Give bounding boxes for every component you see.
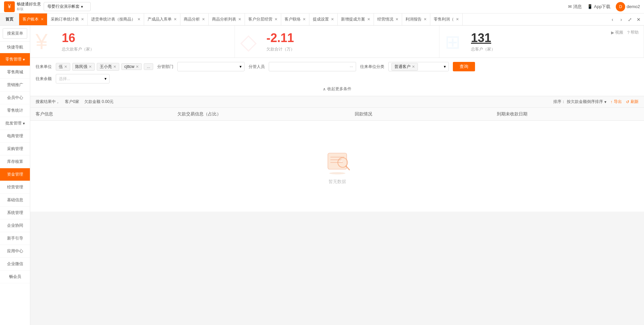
query-button[interactable]: 查询 <box>453 62 475 71</box>
tab-profit-report[interactable]: 利润报告 ✕ <box>402 13 430 26</box>
svg-point-0 <box>329 172 345 174</box>
sidebar-item-vip[interactable]: 畅会员 <box>0 270 30 283</box>
close-icon[interactable]: ✕ <box>395 17 398 22</box>
tab-expand-btn[interactable]: ⤢ <box>626 15 634 24</box>
sidebar-item-app-center[interactable]: 应用中心 <box>0 245 30 258</box>
sidebar-item-ecommerce[interactable]: 电商管理 <box>0 130 30 143</box>
filter-tag-chen[interactable]: 陈民强 ✕ <box>72 63 95 71</box>
close-icon[interactable]: ✕ <box>81 17 84 22</box>
close-icon[interactable]: ✕ <box>174 17 177 22</box>
sidebar-item-system[interactable]: 系统管理 <box>0 207 30 219</box>
video-btn[interactable]: ▶ 视频 <box>611 30 623 35</box>
filter-tag-cjttcw[interactable]: cjttcw ✕ <box>121 63 142 70</box>
remove-tag-icon[interactable]: ✕ <box>113 65 116 69</box>
sidebar-item-label: 会员中心 <box>7 95 23 100</box>
tab-label: 客户账本 <box>23 16 39 22</box>
remove-unit-class-icon[interactable]: ✕ <box>412 65 415 69</box>
sidebar-item-wechat[interactable]: 企业微信 <box>0 258 30 270</box>
close-icon[interactable]: ✕ <box>41 17 44 22</box>
filter-tag-wang[interactable]: 王小亮 ✕ <box>97 63 119 71</box>
top-bar: ¥ 畅捷通好生意 标版 母婴行业演示帐套 ▾ ✉ 消息 📱 App下载 D de… <box>0 0 644 13</box>
chevron-down-icon: ▾ <box>104 76 106 81</box>
sidebar-item-finance[interactable]: 资金管理 <box>0 168 30 181</box>
table-header: 客户信息 欠款交易信息（占比） 回款情况 到期未收款日期 <box>30 108 644 121</box>
close-icon[interactable]: ✕ <box>367 17 370 22</box>
results-actions: 排序： 按欠款金额倒序排序 ▾ ↑ 导出 ↺ 刷新 <box>553 99 639 105</box>
tab-product-analysis-list[interactable]: 商品分析列表 ✕ <box>209 13 245 26</box>
tab-customer-account[interactable]: 客户账本 ✕ <box>19 13 47 26</box>
tab-label: 利润报告 <box>405 16 422 22</box>
close-icon[interactable]: ✕ <box>137 17 140 22</box>
sidebar-item-basic-info[interactable]: 基础信息 <box>0 194 30 207</box>
help-btn[interactable]: ? 帮助 <box>627 30 639 35</box>
sidebar-item-retail-mall[interactable]: 零售商城 <box>0 66 30 79</box>
close-icon[interactable]: ✕ <box>274 17 277 22</box>
message-btn[interactable]: ✉ 消息 <box>568 4 582 10</box>
sidebar-item-wholesale[interactable]: 批发管理 ▾ <box>0 117 30 130</box>
close-icon[interactable]: ✕ <box>238 17 241 22</box>
tab-purchase-stats[interactable]: 进货单统计表（按商品） ✕ <box>88 13 144 26</box>
tab-product-analysis[interactable]: 商品分析 ✕ <box>180 13 209 26</box>
app-download-btn[interactable]: 📱 App下载 <box>587 4 610 10</box>
company-select[interactable]: 母婴行业演示帐套 ▾ <box>44 2 91 11</box>
tag-value: ... <box>147 64 150 69</box>
close-icon[interactable]: ✕ <box>202 17 205 22</box>
empty-icon <box>320 148 354 175</box>
tab-product-stock[interactable]: 产成品入库单 ✕ <box>144 13 180 26</box>
username: demo2 <box>627 4 640 9</box>
filter-unit-class-select[interactable]: 普通客户 ✕ ▾ <box>388 62 449 71</box>
sort-select[interactable]: 排序： 按欠款金额倒序排序 ▾ <box>553 99 606 105</box>
sidebar-item-retail-stats[interactable]: 零售统计 <box>0 104 30 117</box>
tab-customer-contact[interactable]: 客户联络 ✕ <box>281 13 309 26</box>
message-icon: ✉ <box>568 4 572 9</box>
tab-prev-btn[interactable]: ‹ <box>608 15 616 24</box>
search-menu-button[interactable]: 搜索菜单 <box>3 28 27 39</box>
sidebar-search-area: 搜索菜单 <box>0 26 30 42</box>
sidebar-item-inventory[interactable]: 库存核算 <box>0 155 30 168</box>
close-icon[interactable]: ✕ <box>303 17 306 22</box>
tag-value: 陈民强 <box>75 64 87 70</box>
filter-balance-select[interactable]: 选择... ▾ <box>56 74 110 83</box>
remove-tag-icon[interactable]: ✕ <box>136 65 139 69</box>
stat-debt-amount-value: -2.11 <box>266 31 431 45</box>
tab-next-btn[interactable]: › <box>617 15 625 24</box>
tag-value: cjttcw <box>124 64 134 69</box>
close-icon[interactable]: ✕ <box>456 17 459 22</box>
unit-class-tag: 普通客户 ✕ <box>391 63 418 71</box>
tab-purchase-order[interactable]: 采购订单统计表 ✕ <box>47 13 88 26</box>
export-button[interactable]: ↑ 导出 <box>610 99 622 105</box>
tab-home[interactable]: 首页 <box>0 13 19 26</box>
tab-business-status[interactable]: 经营情况 ✕ <box>374 13 402 26</box>
quick-nav-button[interactable]: 快捷导航 <box>0 42 30 53</box>
col-header-repay: 回款情况 <box>355 111 497 117</box>
tab-customer-tier[interactable]: 客户分层经营 ✕ <box>245 13 281 26</box>
remove-tag-icon[interactable]: ✕ <box>89 65 92 69</box>
sidebar-item-label: 经营管理 <box>7 185 23 189</box>
user-area[interactable]: D demo2 <box>616 2 640 11</box>
filter-dept-select[interactable]: ▾ <box>177 62 245 71</box>
remove-tag-icon[interactable]: ✕ <box>64 65 67 69</box>
filter-tag-wu[interactable]: 伍 ✕ <box>56 63 70 71</box>
tab-retail-profit[interactable]: 零售利润（ ✕ <box>430 13 463 26</box>
sidebar-item-purchase[interactable]: 采购管理 <box>0 143 30 155</box>
tab-close-btn[interactable]: ✕ <box>635 15 643 24</box>
sidebar-item-member[interactable]: 会员中心 <box>0 92 30 104</box>
sidebar-item-newbie[interactable]: 新手引导 <box>0 232 30 245</box>
sidebar-item-marketing[interactable]: 营销推广 <box>0 79 30 92</box>
filter-tag-more[interactable]: ... <box>144 63 153 70</box>
sidebar-item-retail[interactable]: 零售管理 ▾ <box>0 53 30 66</box>
refresh-button[interactable]: ↺ 刷新 <box>626 99 639 105</box>
close-icon[interactable]: ✕ <box>424 17 427 22</box>
tab-commission-settings[interactable]: 提成设置 ✕ <box>309 13 338 26</box>
sidebar-item-enterprise[interactable]: 企业协同 <box>0 219 30 232</box>
export-icon: ↑ <box>610 100 612 104</box>
app-icon: 📱 <box>587 4 593 9</box>
tab-add-commission[interactable]: 新增提成方案 ✕ <box>338 13 374 26</box>
customers-count: 客户0家 <box>65 99 79 104</box>
close-icon[interactable]: ✕ <box>331 17 334 22</box>
collapse-button[interactable]: ∧ 收起更多条件 <box>36 86 639 92</box>
sidebar-item-operation[interactable]: 经营管理 <box>0 181 30 194</box>
tab-label: 客户联络 <box>285 16 301 22</box>
filter-person-select[interactable]: ··· <box>269 62 356 71</box>
results-bar: 搜索结果中， 客户0家 欠款金额 0.00元 排序： 按欠款金额倒序排序 ▾ ↑… <box>30 96 644 108</box>
